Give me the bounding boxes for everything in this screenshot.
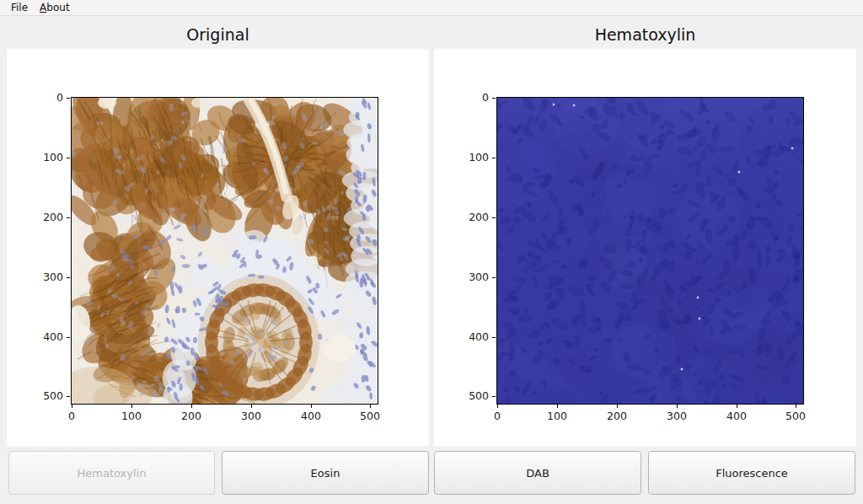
x-tick-label: 500 [777, 410, 814, 422]
y-tick-label: 300 [452, 271, 489, 284]
app-window: File About Original Hematoxylin 01002003… [0, 0, 863, 504]
x-tick-mark [557, 405, 558, 408]
y-tick-label: 100 [452, 151, 489, 164]
x-tick-mark [796, 405, 796, 408]
y-tick-label: 200 [26, 211, 63, 224]
x-tick-label: 400 [718, 410, 755, 422]
button-eosin[interactable]: Eosin [222, 451, 429, 495]
x-tick-mark [370, 405, 371, 408]
panel-title-original: Original [7, 24, 429, 46]
x-tick-label: 100 [113, 410, 150, 422]
y-tick-label: 200 [452, 211, 489, 224]
x-tick-mark [737, 405, 737, 408]
x-tick-mark [72, 405, 72, 408]
y-tick-label: 0 [452, 91, 489, 105]
x-tick-mark [131, 405, 132, 408]
y-tick-mark [492, 277, 496, 278]
hematoxylin-image-plot [496, 97, 804, 405]
original-image-plot [71, 97, 378, 405]
x-tick-label: 500 [351, 410, 389, 422]
x-tick-mark [497, 405, 498, 408]
y-tick-mark [67, 337, 70, 338]
y-tick-label: 400 [452, 330, 489, 344]
y-tick-mark [67, 158, 70, 158]
x-tick-mark [251, 405, 252, 408]
y-tick-label: 500 [26, 389, 63, 403]
x-tick-mark [617, 405, 618, 408]
x-tick-label: 400 [292, 410, 330, 422]
y-tick-label: 500 [452, 389, 489, 403]
y-tick-label: 0 [26, 91, 63, 105]
x-tick-label: 0 [479, 410, 516, 422]
button-dab[interactable]: DAB [434, 451, 641, 495]
x-tick-label: 0 [53, 410, 90, 422]
y-tick-mark [67, 396, 70, 397]
y-tick-label: 400 [26, 330, 63, 344]
button-hematoxylin[interactable]: Hematoxylin [8, 451, 215, 495]
y-tick-mark [492, 217, 496, 218]
x-tick-mark [191, 405, 192, 408]
y-tick-mark [492, 98, 496, 99]
y-tick-label: 100 [26, 151, 63, 164]
x-tick-label: 300 [233, 410, 270, 422]
x-tick-mark [311, 405, 312, 408]
panel-title-hematoxylin: Hematoxylin [434, 24, 856, 46]
menu-item-file[interactable]: File [5, 1, 34, 14]
y-tick-mark [67, 217, 70, 218]
y-tick-mark [67, 98, 70, 99]
x-tick-label: 100 [539, 410, 576, 422]
y-tick-mark [492, 396, 496, 397]
x-tick-label: 300 [658, 410, 695, 422]
x-tick-label: 200 [173, 410, 210, 422]
button-fluorescence[interactable]: Fluorescence [648, 451, 855, 495]
y-tick-label: 300 [26, 271, 63, 284]
y-tick-mark [492, 158, 496, 158]
menu-item-about[interactable]: About [34, 1, 76, 14]
y-tick-mark [67, 277, 70, 278]
x-tick-label: 200 [598, 410, 635, 422]
menubar: File About [0, 0, 863, 16]
original-ihc-image [72, 98, 378, 404]
hematoxylin-channel-image [497, 98, 803, 404]
y-tick-mark [492, 337, 496, 338]
x-tick-mark [677, 405, 678, 408]
